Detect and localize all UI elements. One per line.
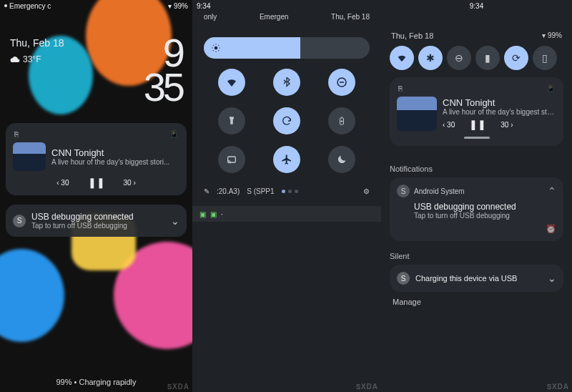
cast-tile[interactable] (218, 146, 245, 173)
watermark: ꓢXDA (356, 383, 378, 391)
qs-footer: ✎ :20.A3) S (SPP1 ⚙ (204, 187, 370, 195)
rotation-tile[interactable] (273, 107, 300, 134)
forward-button[interactable]: 30 › (124, 179, 136, 187)
carrier-label: Emergency c (9, 2, 51, 10)
quicksettings-panel: 9:34 only Emergen Thu, Feb 18 ✎ :20.A3) (192, 0, 381, 392)
section-label: Silent (390, 252, 563, 260)
brightness-slider[interactable] (204, 37, 370, 59)
battery-saver-tile[interactable]: ▯ (533, 46, 557, 70)
usb-title: USB debugging connected (31, 212, 165, 222)
cast-icon[interactable]: ⎘ (398, 84, 403, 92)
settings-icon[interactable]: ⚙ (363, 187, 370, 195)
rotation-tile[interactable]: ⟳ (504, 46, 528, 70)
wifi-tile[interactable] (390, 46, 414, 70)
night-tile[interactable] (328, 146, 355, 173)
qs-tiles-compact: ✱ ⊖ ▮ ⟳ ▯ (390, 46, 563, 70)
charging-notif[interactable]: S Charging this device via USB ⌄ (390, 265, 563, 292)
media-subtitle: A live hour of the day's biggest stori..… (443, 108, 556, 116)
section-label: Notifications (390, 165, 563, 173)
system-icon: S (13, 215, 26, 227)
pager-dots[interactable] (282, 190, 298, 193)
media-card[interactable]: ⎘ 📱 CNN Tonight A live hour of the day's… (390, 77, 563, 146)
dot: · (221, 210, 223, 218)
label: Thu, Feb 18 (331, 13, 370, 21)
notif-title: Charging this device via USB (415, 274, 542, 283)
shade-date: Thu, Feb 18 (391, 31, 433, 40)
bluetooth-tile[interactable]: ✱ (418, 46, 443, 70)
shade-battery: ▾99% (542, 31, 562, 39)
watermark: ꓢXDA (167, 383, 189, 391)
edit-icon[interactable]: ✎ (204, 187, 209, 195)
alarm-icon: ⏰ (546, 224, 556, 234)
rewind-button[interactable]: ‹ 30 (56, 179, 69, 187)
build-label: S (SPP1 (247, 187, 274, 195)
notif-title: USB debugging connected (414, 202, 556, 212)
media-title: CNN Tonight (443, 97, 556, 108)
app-icon[interactable]: ▣ (199, 210, 206, 218)
build-label: :20.A3) (217, 187, 240, 195)
pause-button[interactable]: ❚❚ (469, 119, 486, 130)
system-icon: S (397, 185, 410, 197)
status-bar: Emergency c ▾ 99% (0, 0, 192, 11)
charging-status: 99% • Charging rapidly (0, 378, 192, 386)
watermark: ꓢXDA (547, 383, 569, 391)
cast-icon[interactable]: ⎘ (14, 130, 19, 138)
media-thumbnail (397, 97, 437, 131)
qs-tiles (204, 69, 370, 173)
label: Emergen (260, 13, 289, 21)
chevron-down-icon[interactable]: ⌄ (548, 273, 556, 284)
usb-debug-card[interactable]: S USB debugging connected Tap to turn of… (6, 205, 187, 237)
media-subtitle: A live hour of the day's biggest stori..… (51, 158, 179, 166)
battery-saver-tile[interactable] (328, 107, 355, 134)
svg-point-0 (214, 46, 218, 50)
time: 9:34 (197, 2, 210, 10)
lockscreen-weather[interactable]: 33°F (10, 54, 41, 64)
lockscreen-panel: Emergency c ▾ 99% Thu, Feb 18 33°F 9 35 … (0, 0, 192, 392)
flashlight-tile[interactable] (218, 107, 245, 134)
manage-button[interactable]: Manage (393, 298, 421, 306)
lockscreen-clock: 9 35 (144, 36, 182, 104)
drag-handle[interactable] (464, 137, 490, 139)
dnd-tile[interactable]: ⊖ (447, 46, 471, 70)
flashlight-tile[interactable]: ▮ (475, 46, 500, 70)
chevron-up-icon[interactable]: ⌃ (548, 185, 556, 197)
airplane-tile[interactable] (273, 146, 300, 173)
wifi-tile[interactable] (218, 69, 245, 96)
brightness-icon (211, 43, 221, 53)
cloud-icon (10, 54, 20, 64)
android-system-notif[interactable]: S Android System ⌃ USB debugging connect… (390, 177, 563, 241)
phone-icon[interactable]: 📱 (546, 84, 555, 92)
dnd-tile[interactable] (328, 69, 355, 96)
chevron-down-icon[interactable]: ⌄ (171, 215, 179, 227)
system-icon: S (397, 272, 410, 285)
forward-button[interactable]: 30 › (500, 121, 513, 129)
media-card[interactable]: ⎘ 📱 CNN Tonight A live hour of the day's… (6, 123, 187, 195)
media-title: CNN Tonight (51, 147, 179, 158)
rewind-button[interactable]: ‹ 30 (443, 121, 455, 129)
qs-header: only Emergen Thu, Feb 18 (192, 13, 381, 21)
usb-subtitle: Tap to turn off USB debugging (31, 222, 165, 230)
app-icon[interactable]: ▣ (210, 210, 217, 218)
svg-rect-3 (227, 157, 235, 162)
lockscreen-date: Thu, Feb 18 (10, 37, 64, 49)
temperature: 33°F (23, 54, 41, 64)
wifi-icon: ▾ (168, 2, 172, 10)
app-name: Android System (414, 187, 465, 195)
notification-shade: 9:34 Thu, Feb 18 ▾99% ✱ ⊖ ▮ ⟳ ▯ ⎘ 📱 CNN … (381, 0, 572, 392)
bluetooth-tile[interactable] (273, 69, 300, 96)
battery-text: 99% (174, 2, 188, 10)
phone-icon[interactable]: 📱 (169, 130, 178, 138)
taskbar: ▣ ▣ · (192, 206, 381, 222)
label: only (204, 13, 217, 21)
pause-button[interactable]: ❚❚ (88, 177, 105, 188)
status-bar: 9:34 (192, 0, 381, 11)
time: 9:34 (470, 2, 483, 10)
media-thumbnail (13, 142, 46, 171)
status-bar: 9:34 (381, 0, 572, 11)
notif-subtitle: Tap to turn off USB debugging (414, 212, 556, 220)
